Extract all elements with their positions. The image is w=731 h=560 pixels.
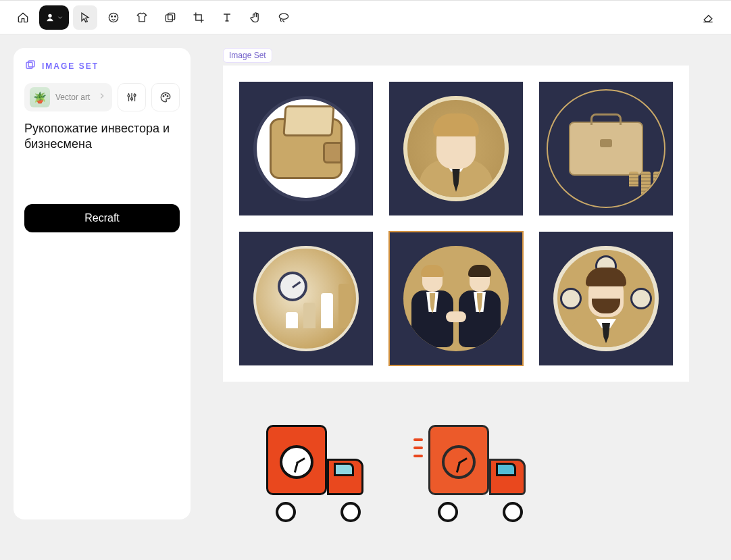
tile-team[interactable] bbox=[539, 232, 673, 365]
svg-point-11 bbox=[134, 95, 136, 97]
image-set-grid[interactable] bbox=[223, 66, 689, 382]
text-tool-icon[interactable] bbox=[215, 5, 239, 30]
eraser-tool-icon[interactable] bbox=[696, 5, 720, 30]
tile-chart[interactable] bbox=[239, 232, 373, 365]
svg-point-2 bbox=[111, 16, 113, 17]
style-thumb-icon: 🪴 bbox=[30, 87, 50, 107]
tile-wallet[interactable] bbox=[239, 82, 373, 215]
generate-tool[interactable] bbox=[39, 5, 69, 30]
tile-businessman[interactable] bbox=[389, 82, 523, 215]
canvas[interactable]: Image Set bbox=[223, 48, 717, 519]
svg-rect-5 bbox=[168, 13, 175, 20]
truck-images bbox=[263, 425, 717, 519]
top-toolbar bbox=[0, 0, 731, 34]
tile-briefcase[interactable] bbox=[539, 82, 673, 215]
svg-point-1 bbox=[109, 13, 118, 22]
settings-button[interactable] bbox=[118, 83, 146, 111]
recraft-button[interactable]: Recraft bbox=[24, 204, 180, 232]
prompt-text[interactable]: Рукопожатие инвестора и бизнесмена bbox=[24, 121, 180, 153]
face-tool-icon[interactable] bbox=[101, 5, 126, 30]
main-area: IMAGE SET 🪴 Vector art Рукопожатие инвес… bbox=[0, 34, 731, 533]
svg-rect-4 bbox=[166, 14, 172, 21]
image-set-label: Image Set bbox=[223, 48, 272, 63]
tshirt-tool-icon[interactable] bbox=[130, 5, 154, 30]
svg-rect-8 bbox=[28, 61, 34, 67]
home-icon[interactable] bbox=[11, 5, 35, 30]
svg-point-3 bbox=[115, 16, 116, 17]
image-set-panel: IMAGE SET 🪴 Vector art Рукопожатие инвес… bbox=[14, 48, 191, 519]
svg-point-10 bbox=[131, 98, 133, 100]
image-set-icon bbox=[24, 59, 36, 74]
lasso-tool-icon[interactable] bbox=[272, 5, 296, 30]
panel-header: IMAGE SET bbox=[24, 59, 180, 74]
image-set-tool-icon[interactable] bbox=[158, 5, 182, 30]
style-label: Vector art bbox=[55, 93, 92, 102]
hand-tool-icon[interactable] bbox=[243, 5, 268, 30]
truck-image-1[interactable] bbox=[263, 425, 372, 519]
svg-point-6 bbox=[279, 14, 288, 19]
tile-handshake[interactable] bbox=[389, 232, 523, 365]
select-tool-icon[interactable] bbox=[73, 5, 97, 30]
style-selector[interactable]: 🪴 Vector art bbox=[24, 83, 112, 111]
style-row: 🪴 Vector art bbox=[24, 83, 180, 111]
panel-badge: IMAGE SET bbox=[42, 61, 99, 71]
svg-rect-7 bbox=[26, 62, 32, 68]
svg-point-14 bbox=[167, 96, 168, 97]
chevron-right-icon bbox=[97, 91, 107, 103]
svg-point-9 bbox=[128, 95, 130, 97]
crop-tool-icon[interactable] bbox=[186, 5, 211, 30]
svg-point-13 bbox=[165, 95, 166, 96]
truck-image-2[interactable] bbox=[426, 425, 534, 519]
svg-point-12 bbox=[163, 96, 164, 97]
svg-point-0 bbox=[48, 14, 51, 17]
palette-button[interactable] bbox=[151, 83, 180, 111]
